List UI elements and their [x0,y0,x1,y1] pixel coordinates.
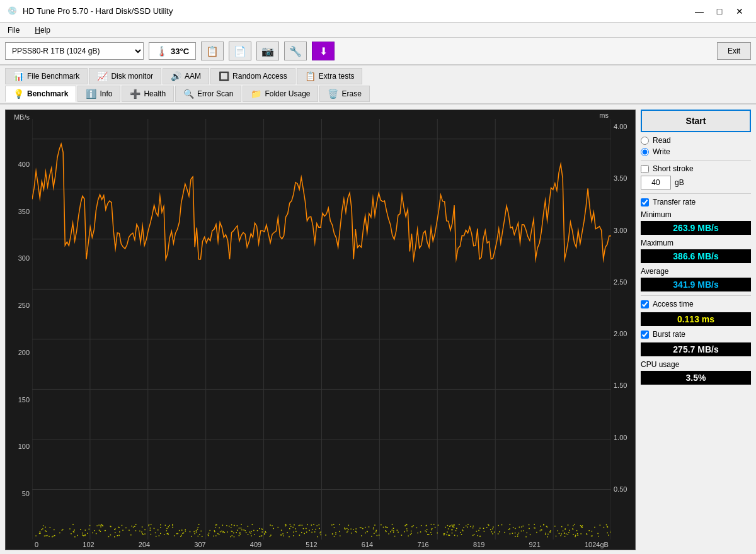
folder-usage-icon: 📁 [251,89,261,99]
info-icon: ℹ️ [86,89,96,99]
maximum-stat: Maximum 386.6 MB/s [641,239,751,263]
short-stroke-checkbox[interactable] [641,165,649,173]
divider-3 [641,295,751,296]
tab-disk-monitor[interactable]: 📈 Disk monitor [89,68,161,84]
transfer-rate-checkbox-label[interactable]: Transfer rate [641,198,751,206]
title-bar: 💿 HD Tune Pro 5.70 - Hard Disk/SSD Utili… [0,0,756,23]
average-value: 341.9 MB/s [641,278,751,291]
tabs-row2: 💡 Benchmark ℹ️ Info ➕ Health 🔍 Error Sca… [5,86,751,102]
exit-button[interactable]: Exit [717,42,751,60]
maximum-label: Maximum [641,239,751,247]
maximize-button[interactable]: □ [711,5,728,18]
read-radio-label[interactable]: Read [641,136,751,145]
short-stroke-input[interactable] [641,176,671,189]
write-radio-label[interactable]: Write [641,147,751,156]
menu-help[interactable]: Help [32,25,53,36]
y-val-200: 200 [8,349,30,356]
start-button[interactable]: Start [641,110,751,132]
tabs-row1: 📊 File Benchmark 📈 Disk monitor 🔊 AAM 🔲 … [5,68,751,84]
tab-erase[interactable]: 🗑️ Erase [319,86,369,102]
average-label: Average [641,267,751,276]
minimum-stat: Minimum 263.9 MB/s [641,210,751,235]
divider-1 [641,160,751,161]
copy-button1[interactable]: 📋 [201,42,224,60]
extra-tests-icon: 📋 [305,71,316,81]
chart-container: MB/s 400 350 300 250 200 150 100 50 ms 0… [5,110,636,550]
burst-rate-label: Burst rate [653,330,685,339]
chart-top-label: ms [32,110,611,119]
file-benchmark-icon: 📊 [13,71,24,81]
benchmark-icon: 💡 [13,89,24,99]
y-val-150: 150 [8,396,30,404]
short-stroke-row: gB [641,176,751,189]
health-icon: ➕ [130,89,140,99]
minimize-button[interactable]: — [690,5,708,18]
tab-random-access[interactable]: 🔲 Random Access [210,68,295,84]
canvas-wrapper [32,119,611,540]
y-right-400: 4.00 [614,123,633,130]
menu-file[interactable]: File [5,25,22,36]
y-right-050: 0.50 [614,485,633,493]
tab-file-benchmark[interactable]: 📊 File Benchmark [5,68,88,84]
average-stat: Average 341.9 MB/s [641,267,751,291]
tab-info[interactable]: ℹ️ Info [77,86,120,102]
short-stroke-checkbox-label[interactable]: Short stroke [641,164,751,173]
y-val-400: 400 [8,161,30,168]
error-scan-icon: 🔍 [183,89,194,99]
tab-health[interactable]: ➕ Health [122,86,174,102]
burst-rate-value: 275.7 MB/s [641,342,751,356]
read-radio[interactable] [641,137,649,145]
tab-benchmark[interactable]: 💡 Benchmark [5,86,76,102]
y-val-300: 300 [8,254,30,262]
access-time-stat: 0.113 ms [641,312,751,326]
chart-unit-right: ms [599,111,609,119]
settings-button[interactable]: 🔧 [284,42,307,60]
thermometer-icon: 🌡️ [156,45,168,57]
temperature-display: 🌡️ 33°C [149,42,196,60]
burst-rate-checkbox[interactable] [641,331,649,339]
download-button[interactable]: ⬇ [312,42,335,60]
divider-2 [641,193,751,194]
y-val-100: 100 [8,443,30,450]
minimum-value: 263.9 MB/s [641,221,751,235]
y-axis-right: 4.00 3.50 3.00 2.50 2.00 1.50 1.00 0.50 [611,110,635,550]
tab-folder-usage[interactable]: 📁 Folder Usage [243,86,318,102]
y-val-250: 250 [8,302,30,309]
maximum-value: 386.6 MB/s [641,249,751,263]
cpu-usage-label: CPU usage [641,360,751,369]
short-stroke-label: Short stroke [653,164,694,173]
benchmark-chart [32,119,611,540]
y-label-mbps: MB/s [8,113,30,121]
close-button[interactable]: ✕ [731,5,748,18]
tab-extra-tests[interactable]: 📋 Extra tests [297,68,363,84]
read-write-radio-group: Read Write [641,136,751,156]
transfer-rate-checkbox[interactable] [641,198,649,206]
y-val-50: 50 [8,490,30,497]
write-radio[interactable] [641,148,649,156]
y-right-200: 2.00 [614,330,633,337]
window-title: HD Tune Pro 5.70 - Hard Disk/SSD Utility [23,6,690,16]
tab-aam[interactable]: 🔊 AAM [163,68,209,84]
minimum-label: Minimum [641,210,751,219]
random-access-icon: 🔲 [219,71,229,81]
camera-button[interactable]: 📷 [256,42,279,60]
erase-icon: 🗑️ [328,89,338,99]
burst-rate-checkbox-label[interactable]: Burst rate [641,330,751,339]
tabs-area: 📊 File Benchmark 📈 Disk monitor 🔊 AAM 🔲 … [0,65,756,105]
access-time-checkbox-label[interactable]: Access time [641,300,751,308]
menu-bar: File Help [0,23,756,38]
access-time-checkbox[interactable] [641,300,649,308]
tab-error-scan[interactable]: 🔍 Error Scan [175,86,241,102]
cpu-usage-value: 3.5% [641,371,751,385]
y-right-350: 3.50 [614,174,633,182]
short-stroke-group: Short stroke gB [641,164,751,189]
read-label: Read [653,136,671,145]
cpu-usage-stat: CPU usage 3.5% [641,360,751,385]
y-val-350: 350 [8,208,30,215]
access-time-label: Access time [653,300,694,308]
chart-inner: ms 0 102 204 307 409 512 614 716 819 921… [32,110,611,550]
drive-selector[interactable]: PPSS80-R 1TB (1024 gB) [5,42,144,60]
copy-button2[interactable]: 📄 [229,42,251,60]
y-right-150: 1.50 [614,382,633,389]
y-right-300: 3.00 [614,227,633,234]
